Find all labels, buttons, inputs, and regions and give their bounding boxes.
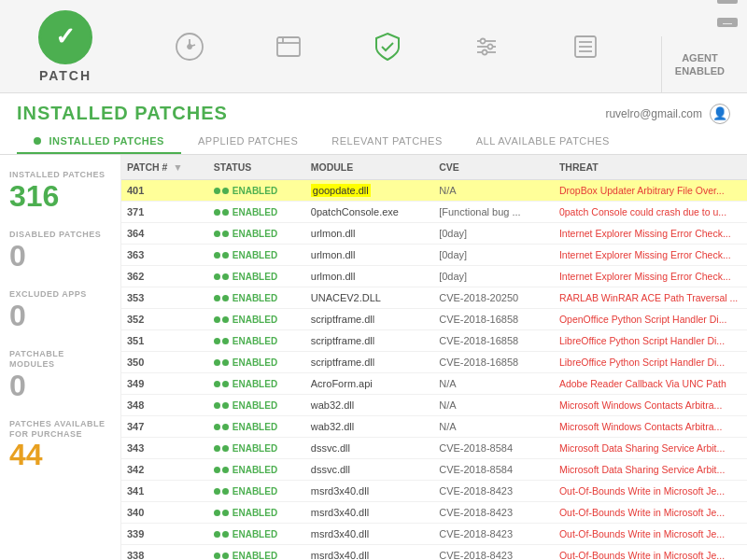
nav-icons bbox=[121, 22, 654, 71]
cell-threat: RARLAB WinRAR ACE Path Traversal ... bbox=[554, 287, 747, 309]
status-dot-1 bbox=[214, 338, 220, 344]
col-patch[interactable]: PATCH # ▼ bbox=[121, 155, 208, 180]
status-dot-1 bbox=[214, 424, 220, 430]
table-scroll[interactable]: PATCH # ▼ STATUS MODULE CVE THREAT 401 E… bbox=[121, 155, 747, 560]
nav-shield-icon[interactable] bbox=[358, 22, 417, 71]
user-email: ruvelro@gmail.com bbox=[605, 107, 702, 120]
cell-patch-num: 353 bbox=[121, 287, 208, 309]
table-row[interactable]: 362 ENABLED urlmon.dll[0day]Internet Exp… bbox=[121, 266, 747, 287]
table-row[interactable]: 348 ENABLED wab32.dllN/AMicrosoft Window… bbox=[121, 395, 747, 416]
status-dot-2 bbox=[222, 359, 229, 366]
stat-excluded-value: 0 bbox=[9, 300, 111, 332]
logo-label: PATCH bbox=[39, 68, 92, 83]
status-label: ENABLED bbox=[233, 315, 277, 325]
cell-threat: Out-Of-Bounds Write in Microsoft Je... bbox=[554, 545, 747, 561]
status-dot-2 bbox=[222, 231, 229, 237]
cell-cve: CVE-2018-8584 bbox=[433, 438, 554, 459]
status-label: ENABLED bbox=[233, 551, 277, 561]
cell-patch-num: 347 bbox=[121, 416, 208, 438]
table-row[interactable]: 338 ENABLED msrd3x40.dllCVE-2018-8423Out… bbox=[121, 545, 747, 561]
status-dot-1 bbox=[214, 252, 220, 259]
cell-threat: Microsoft Windows Contacts Arbitra... bbox=[554, 395, 747, 416]
stat-disabled-value: 0 bbox=[9, 240, 111, 273]
status-dot-2 bbox=[222, 467, 229, 473]
cell-module: dssvc.dll bbox=[305, 459, 433, 481]
cell-status: ENABLED bbox=[208, 309, 305, 330]
status-label: ENABLED bbox=[233, 229, 277, 239]
cell-cve: [Functional bug ... bbox=[433, 202, 554, 223]
table-row[interactable]: 353 ENABLED UNACEV2.DLLCVE-2018-20250RAR… bbox=[121, 287, 747, 309]
cell-threat: Out-Of-Bounds Write in Microsoft Je... bbox=[554, 481, 747, 502]
table-row[interactable]: 351 ENABLED scriptframe.dllCVE-2018-1685… bbox=[121, 330, 747, 352]
tab-installed[interactable]: INSTALLED PATCHES bbox=[17, 130, 181, 154]
status-dot-2 bbox=[222, 252, 229, 259]
cell-module: urlmon.dll bbox=[305, 223, 433, 245]
cell-status: ENABLED bbox=[208, 502, 305, 524]
svg-point-9 bbox=[487, 44, 492, 49]
cell-patch-num: 351 bbox=[121, 330, 208, 352]
status-label: ENABLED bbox=[233, 400, 277, 411]
table-row[interactable]: 352 ENABLED scriptframe.dllCVE-2018-1685… bbox=[121, 309, 747, 330]
status-dot-2 bbox=[222, 381, 229, 387]
tab-relevant[interactable]: RELEVANT PATCHES bbox=[315, 130, 458, 154]
table-header-row: PATCH # ▼ STATUS MODULE CVE THREAT bbox=[121, 155, 747, 180]
cell-patch-num: 363 bbox=[121, 245, 208, 266]
table-row[interactable]: 343 ENABLED dssvc.dllCVE-2018-8584Micros… bbox=[121, 438, 747, 459]
status-label: ENABLED bbox=[233, 293, 277, 303]
user-avatar-icon[interactable]: 👤 bbox=[710, 104, 730, 124]
cell-status: ENABLED bbox=[208, 180, 305, 202]
window-controls: ✕ — bbox=[717, 0, 738, 36]
table-row[interactable]: 339 ENABLED msrd3x40.dllCVE-2018-8423Out… bbox=[121, 524, 747, 545]
stat-patchable: PATCHABLE MODULES 0 bbox=[9, 349, 111, 402]
cell-patch-num: 350 bbox=[121, 352, 208, 373]
stat-patchable-label: PATCHABLE MODULES bbox=[9, 349, 111, 370]
page-title: INSTALLED PATCHES bbox=[17, 103, 228, 124]
table-row[interactable]: 371 ENABLED 0patchConsole.exe[Functional… bbox=[121, 202, 747, 223]
status-label: ENABLED bbox=[233, 465, 277, 475]
col-cve[interactable]: CVE bbox=[433, 155, 554, 180]
col-threat[interactable]: THREAT bbox=[554, 155, 747, 180]
cell-module: urlmon.dll bbox=[305, 245, 433, 266]
cell-threat: LibreOffice Python Script Handler Di... bbox=[554, 352, 747, 373]
table-row[interactable]: 350 ENABLED scriptframe.dllCVE-2018-1685… bbox=[121, 352, 747, 373]
status-label: ENABLED bbox=[233, 250, 277, 260]
logo-check-icon: ✓ bbox=[55, 22, 76, 51]
close-button[interactable]: ✕ bbox=[717, 0, 738, 4]
cell-status: ENABLED bbox=[208, 438, 305, 459]
status-dot-2 bbox=[222, 338, 229, 344]
cell-patch-num: 339 bbox=[121, 524, 208, 545]
table-area: PATCH # ▼ STATUS MODULE CVE THREAT 401 E… bbox=[121, 155, 747, 560]
cell-status: ENABLED bbox=[208, 223, 305, 245]
table-row[interactable]: 342 ENABLED dssvc.dllCVE-2018-8584Micros… bbox=[121, 459, 747, 481]
nav-window-icon[interactable] bbox=[259, 22, 318, 71]
col-status[interactable]: STATUS bbox=[208, 155, 305, 180]
table-row[interactable]: 363 ENABLED urlmon.dll[0day]Internet Exp… bbox=[121, 245, 747, 266]
nav-dashboard-icon[interactable] bbox=[160, 22, 219, 71]
status-label: ENABLED bbox=[233, 207, 277, 217]
table-row[interactable]: 347 ENABLED wab32.dllN/AMicrosoft Window… bbox=[121, 416, 747, 438]
table-row[interactable]: 401 ENABLED goopdate.dllN/ADropBox Updat… bbox=[121, 180, 747, 202]
nav-sliders-icon[interactable] bbox=[457, 22, 516, 71]
minimize-button[interactable]: — bbox=[717, 18, 738, 27]
cell-module: UNACEV2.DLL bbox=[305, 287, 433, 309]
nav-list-icon[interactable] bbox=[556, 22, 615, 71]
table-row[interactable]: 341 ENABLED msrd3x40.dllCVE-2018-8423Out… bbox=[121, 481, 747, 502]
status-dot-2 bbox=[222, 273, 229, 280]
cell-status: ENABLED bbox=[208, 330, 305, 352]
tab-bar: INSTALLED PATCHES APPLIED PATCHES RELEVA… bbox=[0, 124, 747, 155]
cell-patch-num: 349 bbox=[121, 373, 208, 395]
tab-applied[interactable]: APPLIED PATCHES bbox=[181, 130, 315, 154]
col-module[interactable]: MODULE bbox=[305, 155, 433, 180]
cell-threat: Adobe Reader Callback Via UNC Path bbox=[554, 373, 747, 395]
tab-available[interactable]: ALL AVAILABLE PATCHES bbox=[459, 130, 627, 154]
table-row[interactable]: 364 ENABLED urlmon.dll[0day]Internet Exp… bbox=[121, 223, 747, 245]
table-row[interactable]: 340 ENABLED msrd3x40.dllCVE-2018-8423Out… bbox=[121, 502, 747, 524]
cell-threat: Microsoft Data Sharing Service Arbit... bbox=[554, 459, 747, 481]
status-dot-2 bbox=[222, 424, 229, 430]
cell-cve: N/A bbox=[433, 373, 554, 395]
status-dot-1 bbox=[214, 359, 220, 366]
cell-cve: CVE-2018-8423 bbox=[433, 545, 554, 561]
table-row[interactable]: 349 ENABLED AcroForm.apiN/AAdobe Reader … bbox=[121, 373, 747, 395]
user-info: ruvelro@gmail.com 👤 bbox=[605, 104, 730, 124]
status-dot-2 bbox=[222, 188, 229, 194]
